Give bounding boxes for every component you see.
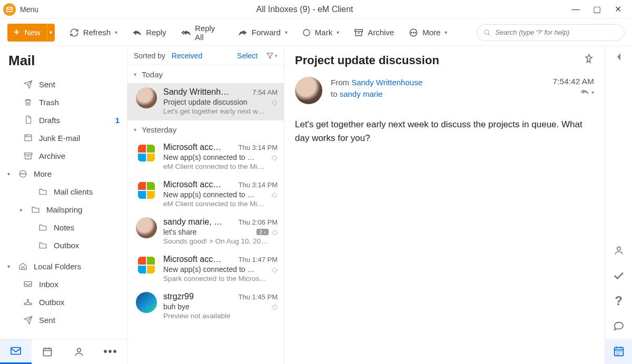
agenda-panel-button[interactable] <box>605 339 632 364</box>
reading-pane: Project update discussion From Sandy Wri… <box>284 46 605 364</box>
folder-notes[interactable]: ▸ Notes <box>0 218 127 236</box>
list-group-header[interactable]: ▾Yesterday <box>127 120 284 138</box>
sender-avatar <box>136 292 157 313</box>
sort-field-button[interactable]: Received <box>172 52 202 60</box>
flag-icon[interactable]: ◇ <box>272 98 278 106</box>
message-item[interactable]: Microsoft acc…Thu 3:14 PMNew app(s) conn… <box>127 138 284 176</box>
inbox-icon <box>23 279 33 289</box>
search-input[interactable] <box>495 28 618 36</box>
folder-drafts[interactable]: Drafts 1 <box>0 111 127 129</box>
folder-label: Notes <box>54 223 74 232</box>
more-label: More <box>422 28 440 37</box>
window-title: All Inboxes (9) - eM Client <box>38 5 571 14</box>
calendar-tab[interactable] <box>32 339 63 364</box>
close-button[interactable]: ✕ <box>613 4 623 14</box>
to-link[interactable]: sandy marie <box>340 89 383 98</box>
refresh-icon <box>70 28 79 37</box>
message-item[interactable]: strgzr99Thu 1:45 PMbuh bye◇Preview not a… <box>127 288 284 325</box>
select-button[interactable]: Select <box>237 52 258 60</box>
flag-icon[interactable]: ◇ <box>272 228 278 236</box>
message-preview: Preview not available <box>163 312 278 320</box>
chevron-down-icon: ▾ <box>445 29 447 35</box>
flag-icon[interactable]: ◇ <box>272 153 278 161</box>
svg-rect-8 <box>25 135 32 140</box>
more-tab[interactable]: ••• <box>95 339 126 364</box>
search-box[interactable] <box>477 24 625 41</box>
svg-rect-14 <box>11 348 21 355</box>
collapse-sidebar-button[interactable] <box>605 46 632 67</box>
reply-all-button[interactable]: Reply All <box>181 24 223 42</box>
svg-rect-15 <box>44 348 52 356</box>
from-label: From <box>331 78 349 87</box>
more-button[interactable]: More ▾ <box>409 28 447 37</box>
local-folders-group[interactable]: ▾ Local Folders <box>0 257 127 275</box>
folder-more-group[interactable]: ▾ More <box>0 165 127 183</box>
message-preview: Sounds good! > On Aug 10, 20… <box>163 237 278 245</box>
new-button-dropdown[interactable]: ▾ <box>47 24 55 42</box>
menu-button[interactable]: Menu <box>20 5 38 14</box>
tasks-panel-button[interactable] <box>605 263 632 288</box>
message-list[interactable]: ▾TodaySandy Writtenho…7:54 AMProject upd… <box>127 65 284 364</box>
folder-outbox-more[interactable]: ▸ Outbox <box>0 236 127 254</box>
flag-icon[interactable]: ◇ <box>272 190 278 199</box>
from-link[interactable]: Sandy Writtenhouse <box>351 78 422 87</box>
filter-icon <box>266 52 274 59</box>
message-preview: Spark connected to the Micros… <box>163 275 278 282</box>
app-logo-icon <box>3 3 16 16</box>
mark-button[interactable]: Mark ▾ <box>302 28 339 37</box>
folder-label: Junk E-mail <box>39 134 80 143</box>
refresh-button[interactable]: Refresh ▾ <box>70 28 118 37</box>
contacts-tab[interactable] <box>63 339 95 364</box>
chevron-down-icon: ▾ <box>5 264 12 269</box>
folder-junk[interactable]: Junk E-mail <box>0 129 127 147</box>
maximize-button[interactable]: ▢ <box>592 4 601 14</box>
message-from: strgzr99 <box>163 292 194 301</box>
minimize-button[interactable]: — <box>571 5 580 14</box>
forward-icon <box>238 28 248 37</box>
svg-point-7 <box>485 29 489 34</box>
flag-icon[interactable]: ◇ <box>272 265 278 274</box>
reply-dropdown[interactable]: ▾ <box>580 88 594 96</box>
chat-panel-button[interactable] <box>605 314 632 339</box>
folder-label: Archive <box>39 151 65 160</box>
message-time: Thu 1:47 PM <box>235 256 278 264</box>
folder-icon <box>38 240 47 250</box>
pin-button[interactable] <box>582 52 596 66</box>
sender-avatar <box>136 180 157 201</box>
message-from: Sandy Writtenho… <box>163 87 232 97</box>
folder-label: Local Folders <box>34 262 81 271</box>
archive-button[interactable]: Archive <box>354 28 394 37</box>
home-icon <box>18 261 27 271</box>
folder-archive[interactable]: Archive <box>0 147 127 165</box>
chevron-down-icon: ▾ <box>275 53 278 58</box>
email-timestamp: 7:54:42 AM <box>553 77 594 86</box>
message-item[interactable]: Microsoft acc…Thu 3:14 PMNew app(s) conn… <box>127 176 284 213</box>
message-from: Microsoft acc… <box>163 180 221 189</box>
folder-mailspring[interactable]: ▸ Mailspring <box>0 200 127 218</box>
forward-button[interactable]: Forward ▾ <box>238 28 288 37</box>
flag-icon[interactable]: ◇ <box>272 302 278 311</box>
sender-avatar <box>136 255 157 276</box>
local-outbox[interactable]: Outbox <box>0 293 127 311</box>
message-from: Microsoft acc… <box>163 143 221 152</box>
folder-trash[interactable]: Trash <box>0 93 127 111</box>
contacts-panel-button[interactable] <box>605 238 632 263</box>
message-item[interactable]: Sandy Writtenho…7:54 AMProject update di… <box>127 83 284 120</box>
folder-mail-clients[interactable]: ▸ Mail clients <box>0 183 127 200</box>
message-item[interactable]: sandy marie, …Thu 2:06 PMlet's share2 ›◇… <box>127 213 284 250</box>
filter-button[interactable]: ▾ <box>266 52 278 59</box>
help-button[interactable]: ? <box>605 288 632 314</box>
svg-point-12 <box>22 173 23 174</box>
reply-button[interactable]: Reply <box>132 28 166 37</box>
chevron-right-icon[interactable]: ▸ <box>18 207 24 213</box>
archive-icon <box>354 28 363 37</box>
folder-sent[interactable]: Sent <box>0 75 127 93</box>
message-item[interactable]: Microsoft acc…Thu 1:47 PMNew app(s) conn… <box>127 250 284 288</box>
local-inbox[interactable]: Inbox <box>0 275 127 293</box>
archive-label: Archive <box>368 28 394 37</box>
list-group-header[interactable]: ▾Today <box>127 65 284 83</box>
mail-tab[interactable] <box>0 339 32 364</box>
new-button[interactable]: + New ▾ <box>7 24 55 42</box>
reply-icon <box>580 88 589 96</box>
local-sent[interactable]: Sent <box>0 311 127 329</box>
